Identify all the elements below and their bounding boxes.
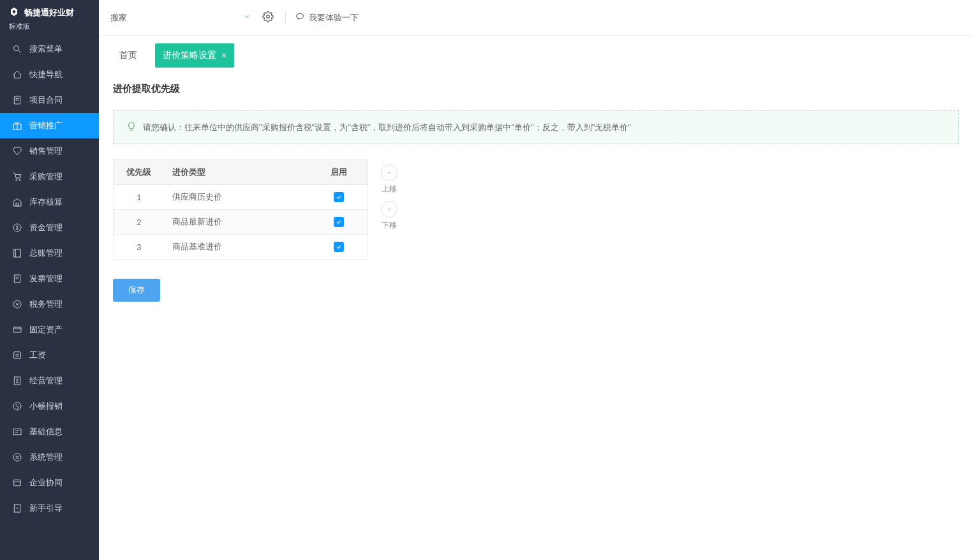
sidebar-item-0[interactable]: 搜索菜单: [0, 36, 99, 62]
svg-point-8: [19, 179, 20, 181]
sidebar-item-label: 企业协同: [29, 477, 63, 489]
sidebar-item-12[interactable]: 工资: [0, 343, 99, 368]
cart-icon: [11, 171, 23, 182]
cell-type: 商品最新进价: [165, 210, 311, 235]
logo-area: 畅捷通好业财: [0, 0, 99, 22]
sidebar-item-18[interactable]: 新手引导: [0, 496, 99, 521]
app-name: 畅捷通好业财: [24, 7, 74, 18]
sidebar-item-10[interactable]: 税务管理: [0, 291, 99, 317]
move-down-label: 下移: [382, 220, 397, 231]
sidebar-item-6[interactable]: 库存核算: [0, 189, 99, 215]
sidebar-item-5[interactable]: 采购管理: [0, 164, 99, 189]
topbar: 搬家 我要体验一下: [99, 0, 973, 36]
sidebar-item-label: 营销推广: [29, 120, 63, 131]
money-icon: [11, 222, 23, 233]
svg-point-31: [13, 453, 21, 461]
settings-button[interactable]: [260, 8, 276, 27]
nav-list: 搜索菜单快捷导航项目合同营销推广销售管理采购管理库存核算资金管理总账管理发票管理…: [0, 36, 99, 560]
tabs: 首页 进价策略设置 ×: [99, 36, 973, 68]
system-icon: [11, 452, 23, 463]
col-priority: 优先级: [114, 160, 165, 185]
svg-rect-17: [13, 327, 21, 332]
cell-enable: [311, 210, 368, 235]
sidebar-item-16[interactable]: 系统管理: [0, 445, 99, 470]
svg-point-35: [267, 15, 270, 18]
sidebar-item-label: 经营管理: [29, 375, 63, 387]
sidebar-item-label: 搜索菜单: [29, 43, 63, 55]
table-row[interactable]: 3 商品基准进价: [114, 235, 368, 260]
move-up-button[interactable]: [381, 165, 397, 181]
svg-point-30: [16, 456, 19, 459]
priority-table: 优先级 进价类型 启用 1 供应商历史价 2 商品最新进价 3 商品基准进价: [113, 159, 368, 260]
svg-line-1: [19, 50, 20, 52]
sidebar-item-3[interactable]: 营销推广: [0, 113, 99, 138]
save-button[interactable]: 保存: [113, 279, 160, 302]
experience-label: 我要体验一下: [309, 12, 359, 24]
sidebar-item-13[interactable]: 经营管理: [0, 368, 99, 394]
sidebar-item-label: 新手引导: [29, 503, 63, 514]
expense-icon: [11, 401, 23, 412]
sidebar-item-1[interactable]: 快捷导航: [0, 62, 99, 87]
svg-rect-9: [16, 203, 19, 206]
sidebar-item-15[interactable]: 基础信息: [0, 419, 99, 445]
info-icon: [11, 426, 23, 438]
sidebar-item-4[interactable]: 销售管理: [0, 138, 99, 164]
tax-icon: [11, 298, 23, 310]
chat-icon: [295, 11, 305, 24]
sidebar-item-2[interactable]: 项目合同: [0, 87, 99, 113]
sidebar-item-label: 总账管理: [29, 247, 63, 259]
sidebar-item-label: 系统管理: [29, 452, 63, 463]
asset-icon: [11, 324, 23, 335]
check-icon[interactable]: [334, 192, 344, 202]
svg-rect-32: [14, 480, 21, 485]
svg-rect-27: [13, 429, 21, 434]
manage-icon: [11, 375, 23, 387]
sidebar-item-17[interactable]: 企业协同: [0, 470, 99, 496]
ledger-icon: [11, 247, 23, 259]
col-enable: 启用: [311, 160, 368, 185]
page-title: 进价提取优先级: [113, 83, 959, 95]
cell-priority: 1: [114, 185, 165, 210]
sidebar-item-9[interactable]: 发票管理: [0, 266, 99, 291]
sidebar-item-label: 快捷导航: [29, 69, 63, 80]
tip-text: 请您确认：往来单位中的供应商"采购报价含税"设置，为"含税"，取到进价后将自动带…: [143, 122, 631, 133]
sidebar-item-7[interactable]: 资金管理: [0, 215, 99, 240]
sidebar-item-label: 采购管理: [29, 171, 63, 182]
sidebar-item-label: 发票管理: [29, 273, 63, 284]
main: 搬家 我要体验一下 首页 进价策略设置 ×: [99, 0, 973, 560]
experience-button[interactable]: 我要体验一下: [295, 11, 359, 24]
salary-icon: [11, 350, 23, 361]
tenant-select[interactable]: 搬家: [110, 12, 251, 24]
sidebar-item-8[interactable]: 总账管理: [0, 240, 99, 266]
sidebar-item-label: 基础信息: [29, 426, 63, 438]
search-icon: [11, 43, 23, 55]
content: 进价提取优先级 请您确认：往来单位中的供应商"采购报价含税"设置，为"含税"，取…: [99, 68, 973, 317]
tab-home[interactable]: 首页: [110, 43, 146, 68]
cell-priority: 3: [114, 235, 165, 260]
gift-icon: [11, 120, 23, 131]
sidebar-item-label: 项目合同: [29, 94, 63, 106]
sidebar-item-label: 固定资产: [29, 324, 63, 335]
logo-icon: [8, 6, 20, 19]
cell-enable: [311, 235, 368, 260]
tab-label: 进价策略设置: [163, 50, 216, 61]
table-row[interactable]: 1 供应商历史价: [114, 185, 368, 210]
move-down-button[interactable]: [381, 201, 397, 217]
table-row[interactable]: 2 商品最新进价: [114, 210, 368, 235]
sidebar-item-11[interactable]: 固定资产: [0, 317, 99, 343]
cell-type: 商品基准进价: [165, 235, 311, 260]
tab-price-strategy[interactable]: 进价策略设置 ×: [155, 43, 234, 68]
sidebar-item-label: 税务管理: [29, 298, 63, 310]
tab-close-icon[interactable]: ×: [221, 50, 227, 61]
col-type: 进价类型: [165, 160, 311, 185]
sidebar-item-label: 库存核算: [29, 196, 63, 208]
sidebar-item-14[interactable]: 小畅报销: [0, 394, 99, 419]
sidebar-item-label: 资金管理: [29, 222, 63, 233]
check-icon[interactable]: [334, 242, 344, 252]
table-area: 优先级 进价类型 启用 1 供应商历史价 2 商品最新进价 3 商品基准进价: [113, 159, 959, 260]
check-icon[interactable]: [334, 217, 344, 227]
svg-rect-11: [14, 249, 21, 257]
sidebar-item-label: 工资: [29, 350, 46, 361]
svg-rect-19: [14, 352, 21, 359]
sidebar-item-label: 销售管理: [29, 145, 63, 157]
